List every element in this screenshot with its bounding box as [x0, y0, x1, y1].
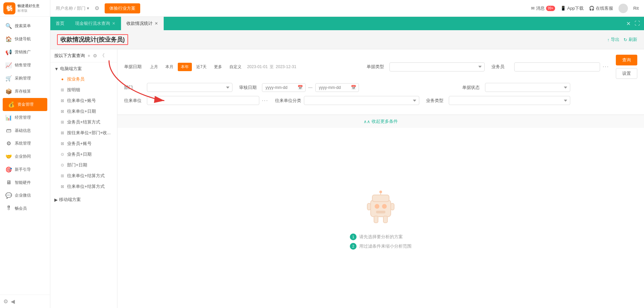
sidebar-item-basic-info[interactable]: 🗃 基础信息 [0, 124, 50, 137]
svg-rect-6 [374, 216, 378, 223]
salesperson-input[interactable] [514, 62, 600, 71]
scheme-item-salesperson-settle[interactable]: ⊞ 业务员+结算方式 [50, 117, 117, 127]
scheme-settings-icon[interactable]: ⚙ [93, 53, 97, 58]
refresh-label: 刷新 [629, 37, 637, 43]
scheme-group-mobile-header[interactable]: ▶ 移动端方案 [50, 195, 117, 205]
settings-btn[interactable]: 设置 [616, 68, 637, 79]
this-year-tab[interactable]: 本年 [178, 63, 192, 71]
maximize-icon[interactable]: ⛶ [635, 20, 640, 27]
counterpart-label: 往来单位 [124, 98, 144, 104]
tab-bank-flow-close-icon[interactable]: ✕ [112, 21, 115, 26]
sidebar-item-hardware[interactable]: 🖥 智能硬件 [0, 176, 50, 189]
phone-icon: 📱 [560, 6, 566, 11]
tab-collection-stats-label: 收款情况统计 [126, 20, 153, 27]
scheme-group-desktop-header[interactable]: ▼ 电脑端方案 [50, 64, 117, 74]
sidebar-item-wechat[interactable]: 💬 企业微信 [0, 189, 50, 202]
doc-type-select[interactable] [389, 62, 485, 71]
tab-collection-stats-close-icon[interactable]: ✕ [155, 21, 158, 26]
sidebar-item-quick-nav-label: 快捷导航 [15, 36, 31, 42]
sidebar-item-sales[interactable]: 📈 销售管理 [0, 59, 50, 72]
last7-tab[interactable]: 近7天 [193, 63, 210, 71]
scheme-item-unit-settle1[interactable]: ⊞ 往来单位+结算方式 [50, 170, 117, 181]
refresh-btn[interactable]: ↻ 刷新 [624, 37, 637, 43]
app-download-label: App下载 [567, 5, 584, 11]
sidebar-item-system[interactable]: ⚙ 系统管理 [0, 137, 50, 150]
calendar-icon-2: 📅 [351, 85, 356, 90]
scheme-collapse-icon[interactable]: 《 [100, 53, 105, 59]
scheme-item-salesperson-settle-label: 业务员+结算方式 [67, 119, 100, 125]
dept-select[interactable] [147, 83, 232, 92]
review-date-label: 审核日期 [239, 85, 259, 91]
tab-home[interactable]: 首页 [50, 17, 70, 30]
export-btn[interactable]: ↑ 导出 [607, 37, 620, 43]
prev-month-tab[interactable]: 上月 [147, 63, 161, 71]
close-window-icon[interactable]: ✕ [626, 20, 631, 27]
business-type-select[interactable] [449, 96, 570, 105]
topbar-actions: ✉ 消息 99+ 📱 App下载 🎧 在线客服 Rit [531, 4, 639, 13]
sidebar-item-purchase[interactable]: 🛒 采购管理 [0, 72, 50, 85]
svg-rect-3 [376, 211, 385, 213]
scheme-item-by-detail[interactable]: ⊞ 按明细 [50, 85, 117, 95]
action-btns-container: 查询 设置 [616, 55, 637, 79]
sidebar-collapse-btn[interactable]: ◀‌‌ [11, 298, 15, 305]
scheme-panel: 按以下方案查询 + ⚙ 《 ▼ 电脑端方案 ● 按业务员 ⊞ 按明细 [50, 49, 117, 308]
counterpart-input[interactable] [147, 96, 259, 105]
collapse-btn[interactable]: ∧∧ 收起更多条件 [117, 115, 644, 128]
date-range-end: 2023-12-31 [276, 64, 296, 69]
scheme-item-salesperson-account[interactable]: ⊠ 业务员+账号 [50, 138, 117, 149]
scheme-item-unit-account[interactable]: ⊠ 往来单位+账号 [50, 95, 117, 106]
sidebar-item-basic-info-label: 基础信息 [15, 128, 31, 134]
doc-status-select[interactable] [485, 83, 571, 92]
sidebar-item-finance[interactable]: 💰 资金管理 [3, 98, 47, 111]
scheme-item-by-salesperson[interactable]: ● 按业务员 [50, 74, 117, 85]
sidebar-item-marketing[interactable]: 📢 营销推广 [0, 46, 50, 59]
sidebar-item-member[interactable]: 🎖 畅会员 [0, 202, 50, 215]
counterpart-more-btn[interactable]: ··· [262, 98, 268, 104]
scheme-add-btn[interactable]: + [88, 53, 90, 58]
tip-text-2: 用过滤条件来缩小分析范围 [359, 243, 412, 249]
online-service-btn[interactable]: 🎧 在线客服 [589, 5, 613, 11]
scheme-header-title: 按以下方案查询 [54, 53, 85, 59]
sidebar-item-inventory[interactable]: 📦 库存核算 [0, 85, 50, 98]
empty-tip-2: 2 用过滤条件来缩小分析范围 [350, 243, 412, 250]
home-icon: 🏠 [5, 36, 12, 42]
scheme-item-dept-date[interactable]: ⊙ 部门+日期 [50, 160, 117, 170]
page-title: 收款情况统计(按业务员) [57, 34, 128, 45]
scheme-item-unit-dept-collection[interactable]: ⊠ 按往来单位+部门+收... [50, 127, 117, 138]
tab-collection-stats[interactable]: 收款情况统计 ✕ [121, 17, 164, 30]
purchase-icon: 🛒 [5, 75, 12, 82]
headset-icon: 🎧 [589, 6, 594, 11]
sidebar-item-quick-nav[interactable]: 🏠 快捷导航 [0, 33, 50, 46]
page-actions: ↑ 导出 ↻ 刷新 [607, 37, 638, 43]
message-badge: 99+ [546, 6, 555, 11]
sidebar-item-search[interactable]: 🔍 搜索菜单 [0, 19, 50, 33]
avatar[interactable] [619, 4, 628, 13]
scheme-item-unit-settle2[interactable]: ⊠ 往来单位+结算方式 [50, 181, 117, 192]
sidebar-item-enterprise[interactable]: 🤝 企业协同 [0, 150, 50, 163]
sidebar-item-guide[interactable]: 🎯 新手引导 [0, 163, 50, 176]
tab-bank-flow[interactable]: 现金银行流水查询 ✕ [70, 17, 121, 30]
operations-icon: 📊 [5, 114, 12, 121]
query-btn[interactable]: 查询 [616, 55, 637, 65]
export-label: 导出 [611, 37, 620, 43]
sidebar-item-enterprise-label: 企业协同 [15, 154, 31, 159]
custom-tab[interactable]: 自定义 [226, 63, 245, 71]
counterpart-type-label: 往来单位分类 [275, 98, 301, 104]
app-download-btn[interactable]: 📱 App下载 [560, 5, 584, 11]
more-tab[interactable]: 更多 [211, 63, 225, 71]
logo-tag: 标准版 [17, 8, 40, 13]
counterpart-type-select[interactable] [304, 96, 419, 105]
try-industry-btn[interactable]: 体验行业方案 [105, 3, 140, 13]
this-month-tab[interactable]: 本月 [162, 63, 176, 71]
sidebar-item-operations-label: 经营管理 [15, 115, 31, 120]
scheme-item-salesperson-date[interactable]: ⊙ 业务员+日期 [50, 149, 117, 160]
message-btn[interactable]: ✉ 消息 99+ [531, 5, 555, 11]
sidebar-settings-btn[interactable]: ⚙ [3, 298, 8, 305]
gear-icon[interactable]: ⚙ [95, 5, 99, 11]
marketing-icon: 📢 [5, 49, 12, 55]
sidebar-item-operations[interactable]: 📊 经营管理 [0, 111, 50, 124]
sidebar-item-purchase-label: 采购管理 [15, 75, 31, 81]
scheme-item-unit-date[interactable]: ⊠ 往来单位+日期 [50, 106, 117, 117]
salesperson-more-btn[interactable]: ··· [603, 64, 609, 70]
filter-group-counterpart-type: 往来单位分类 [275, 96, 419, 105]
